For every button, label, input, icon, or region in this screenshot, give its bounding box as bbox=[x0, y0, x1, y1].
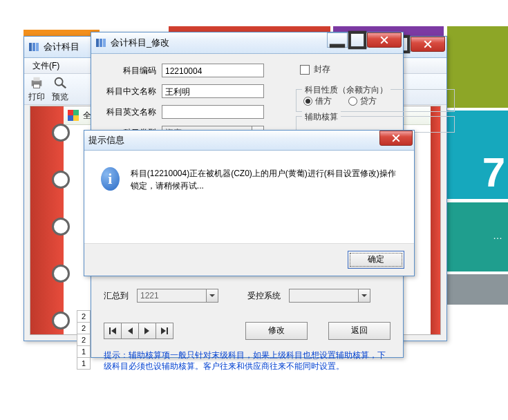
page-tab[interactable]: 2 bbox=[77, 334, 91, 346]
back-button[interactable]: 返回 bbox=[328, 322, 391, 340]
print-icon bbox=[29, 76, 44, 90]
tile-cyan-big: 7 bbox=[447, 111, 508, 199]
info-icon: i bbox=[101, 167, 120, 191]
svg-rect-11 bbox=[73, 110, 79, 115]
aux-legend: 辅助核算 bbox=[302, 111, 341, 123]
ctrl-sys-label: 受控系统 bbox=[247, 290, 281, 302]
svg-rect-17 bbox=[330, 44, 345, 48]
nav-prev[interactable] bbox=[121, 323, 139, 339]
svg-marker-21 bbox=[128, 327, 133, 334]
svg-line-9 bbox=[62, 84, 66, 87]
tile-gray2 bbox=[447, 274, 508, 305]
sum-to-label: 汇总到 bbox=[104, 290, 129, 302]
svg-rect-13 bbox=[73, 115, 79, 121]
tile-teal: … bbox=[447, 202, 508, 271]
msgbox-footer: 确定 bbox=[84, 243, 414, 276]
svg-rect-10 bbox=[68, 110, 73, 115]
svg-rect-16 bbox=[103, 39, 106, 47]
nav-next[interactable] bbox=[138, 323, 156, 339]
msgbox-title: 提示信息 bbox=[87, 134, 124, 146]
svg-rect-2 bbox=[36, 43, 39, 51]
ring-icon bbox=[52, 312, 70, 330]
sealed-checkbox[interactable]: 封存 bbox=[300, 64, 455, 75]
bottom-selects: 汇总到 1221 受控系统 bbox=[104, 289, 391, 303]
radio-credit[interactable]: 贷方 bbox=[348, 95, 377, 107]
name-en-input[interactable] bbox=[162, 105, 264, 119]
dropdown-icon bbox=[206, 289, 218, 302]
close-button[interactable] bbox=[379, 131, 413, 146]
sum-to-select[interactable]: 1221 bbox=[137, 289, 218, 303]
code-label: 科目编码 bbox=[104, 65, 162, 77]
window-buttons bbox=[380, 131, 413, 146]
ring-icon bbox=[52, 171, 70, 189]
window-buttons bbox=[328, 32, 402, 48]
msgbox-text: 科目(12210004)正在被机器(CZ0)上的用户(黄葡)进行(科目设置修改)… bbox=[131, 167, 397, 192]
name-cn-input[interactable]: 王利明 bbox=[162, 84, 264, 98]
svg-rect-0 bbox=[29, 43, 32, 51]
svg-rect-7 bbox=[33, 84, 39, 87]
radio-debit[interactable]: 借方 bbox=[303, 95, 332, 107]
close-button[interactable] bbox=[367, 32, 402, 48]
page-tab[interactable]: 1 bbox=[77, 358, 91, 370]
binder-rings bbox=[68, 124, 70, 330]
toolbar-preview[interactable]: 预览 bbox=[52, 76, 68, 103]
menu-file[interactable]: 文件(F) bbox=[28, 59, 64, 73]
nature-group: 科目性质（余额方向） 借方 贷方 bbox=[296, 89, 455, 112]
name-en-label: 科目英文名称 bbox=[104, 106, 162, 118]
form-right-col: 封存 科目性质（余额方向） 借方 贷方 辅助核算 bbox=[296, 64, 455, 137]
page-tab[interactable]: 2 bbox=[77, 323, 91, 334]
binder-spine-right bbox=[431, 106, 440, 334]
dropdown-icon bbox=[358, 289, 370, 302]
titlebar-edit[interactable]: 会计科目_修改 bbox=[91, 32, 403, 54]
record-nav bbox=[104, 323, 173, 339]
svg-rect-24 bbox=[167, 327, 168, 334]
header-icon bbox=[68, 110, 79, 121]
tile-olive bbox=[447, 26, 508, 108]
svg-rect-12 bbox=[68, 115, 73, 121]
nav-last[interactable] bbox=[156, 323, 173, 339]
toolbar-print[interactable]: 打印 bbox=[28, 76, 45, 103]
code-input[interactable]: 12210004 bbox=[162, 64, 264, 77]
ring-icon bbox=[52, 265, 70, 283]
svg-rect-15 bbox=[100, 39, 102, 47]
svg-rect-19 bbox=[109, 327, 111, 334]
app-icon bbox=[28, 41, 39, 52]
nav-first[interactable] bbox=[104, 323, 122, 339]
svg-rect-14 bbox=[96, 39, 99, 47]
dialog-info: 提示信息 i 科目(12210004)正在被机器(CZ0)上的用户(黄葡)进行(… bbox=[84, 130, 415, 276]
app-icon bbox=[95, 37, 106, 48]
ring-icon bbox=[52, 124, 70, 142]
svg-marker-23 bbox=[161, 327, 166, 334]
close-button[interactable] bbox=[411, 37, 445, 52]
minimize-button[interactable] bbox=[327, 32, 348, 48]
svg-marker-22 bbox=[144, 327, 149, 334]
ring-icon bbox=[52, 218, 70, 236]
maximize-button[interactable] bbox=[347, 32, 368, 48]
titlebar-msgbox[interactable]: 提示信息 bbox=[84, 131, 414, 151]
svg-marker-20 bbox=[111, 327, 116, 334]
page-tabs: 2 2 2 1 1 bbox=[77, 310, 91, 370]
radio-off-icon bbox=[348, 97, 357, 106]
msgbox-body: i 科目(12210004)正在被机器(CZ0)上的用户(黄葡)进行(科目设置修… bbox=[84, 151, 414, 243]
nature-legend: 科目性质（余额方向） bbox=[302, 84, 391, 96]
svg-rect-6 bbox=[33, 77, 39, 80]
title-accounts: 会计科目 bbox=[44, 41, 79, 53]
ctrl-sys-select[interactable] bbox=[289, 289, 370, 303]
name-cn-label: 科目中文名称 bbox=[104, 86, 162, 97]
checkbox-icon bbox=[300, 65, 310, 75]
radio-on-icon bbox=[303, 97, 312, 106]
page-tab[interactable]: 1 bbox=[77, 346, 91, 358]
hint-text: 提示：辅助核算项一般只针对末级科目，如果上级科目也想设置辅助核算，下级科目必须也… bbox=[104, 350, 391, 372]
svg-rect-18 bbox=[350, 32, 365, 48]
title-edit: 会计科目_修改 bbox=[111, 37, 169, 49]
modify-button[interactable]: 修改 bbox=[245, 322, 308, 340]
page-tab[interactable]: 2 bbox=[77, 310, 91, 323]
svg-rect-1 bbox=[32, 43, 35, 51]
preview-icon bbox=[53, 76, 68, 90]
ok-button[interactable]: 确定 bbox=[348, 251, 404, 269]
